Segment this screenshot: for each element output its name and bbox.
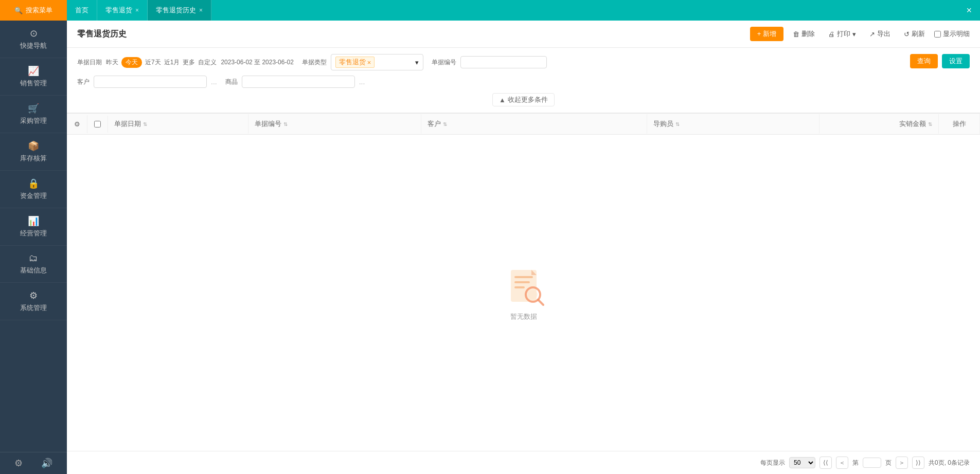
sidebar-item-finance-label: 资金管理	[20, 191, 47, 200]
filter-action-buttons: 查询 设置	[910, 54, 970, 68]
page-number-input[interactable]: 1	[863, 458, 881, 468]
number-filter-input[interactable]	[460, 56, 547, 68]
tab-home-label: 首页	[75, 6, 88, 15]
sidebar-settings-icon[interactable]: ⚙	[14, 458, 23, 469]
delete-button[interactable]: 🗑 删除	[789, 27, 819, 41]
goods-filter-input[interactable]	[242, 76, 355, 88]
window-close-button[interactable]: ×	[958, 5, 980, 16]
sidebar-item-system[interactable]: ⚙ 系统管理	[0, 283, 67, 320]
date-filter-label: 单据日期	[77, 58, 102, 67]
sidebar-item-operations-label: 经营管理	[20, 229, 47, 238]
date-shortcut-today[interactable]: 今天	[121, 57, 142, 68]
sidebar-item-sales[interactable]: 📈 销售管理	[0, 58, 67, 96]
date-shortcut-yesterday[interactable]: 昨天	[106, 58, 118, 67]
customer-filter-input[interactable]	[94, 76, 207, 88]
sidebar-item-quick-nav[interactable]: ⊙ 快捷导航	[0, 21, 67, 58]
refresh-button[interactable]: ↺ 刷新	[900, 27, 929, 41]
sidebar-item-system-label: 系统管理	[20, 303, 47, 313]
tab-retail-return-history-close[interactable]: ×	[199, 7, 203, 14]
print-button[interactable]: 🖨 打印 ▾	[824, 27, 860, 41]
tab-retail-return-close[interactable]: ×	[135, 7, 139, 14]
next-page-button[interactable]: ＞	[896, 457, 908, 469]
page-title: 零售退货历史	[77, 29, 127, 40]
customer-filter-more[interactable]: ...	[211, 78, 217, 86]
th-date-label: 单据日期	[114, 119, 141, 129]
tab-retail-return-history[interactable]: 零售退货历史 ×	[148, 0, 211, 21]
date-filter: 单据日期 昨天 今天 近7天 近1月 更多 自定义 2023-06-02 至 2…	[77, 57, 294, 68]
svg-line-6	[538, 300, 543, 305]
search-menu-label: 搜索菜单	[26, 6, 52, 15]
number-filter: 单据编号	[432, 56, 547, 68]
sidebar-footer: ⚙ 🔊	[0, 452, 67, 474]
first-page-button[interactable]: ⟨⟨	[819, 457, 832, 469]
type-filter-tag-close[interactable]: ×	[367, 59, 371, 66]
th-date: 单据日期 ⇅	[108, 114, 248, 134]
empty-text: 暂无数据	[510, 312, 537, 321]
collapse-button[interactable]: ▲ 收起更多条件	[492, 93, 555, 106]
sidebar-item-operations[interactable]: 📊 经营管理	[0, 208, 67, 246]
sidebar-item-inventory[interactable]: 📦 库存核算	[0, 133, 67, 171]
header-actions: + 新增 🗑 删除 🖨 打印 ▾ ↗ 导出 ↺ 刷新	[750, 27, 970, 41]
settings-gear-icon[interactable]: ⚙	[74, 120, 80, 128]
basic-info-icon: 🗂	[29, 253, 38, 264]
th-amount-sort-icon[interactable]: ⇅	[928, 121, 932, 127]
sales-icon: 📈	[28, 65, 39, 77]
add-button[interactable]: + 新增	[750, 27, 783, 41]
filter-row-1: 单据日期 昨天 今天 近7天 近1月 更多 自定义 2023-06-02 至 2…	[77, 54, 970, 70]
refresh-icon: ↺	[904, 30, 910, 38]
th-customer-label: 客户	[427, 119, 441, 129]
query-button[interactable]: 查询	[910, 54, 938, 68]
page-size-select[interactable]: 10 20 50 100	[789, 457, 815, 468]
show-detail-checkbox[interactable]	[934, 31, 941, 38]
inventory-icon: 📦	[28, 140, 39, 152]
type-filter: 单据类型 零售退货 × ▾	[302, 54, 423, 70]
th-number-sort-icon[interactable]: ⇅	[283, 121, 288, 127]
table-area: ⚙ 单据日期 ⇅ 单据编号 ⇅ 客户 ⇅ 导购员	[67, 113, 980, 451]
date-shortcut-custom[interactable]: 自定义	[198, 58, 217, 67]
main-layout: ⊙ 快捷导航 📈 销售管理 🛒 采购管理 📦 库存核算 🔒 资金管理 📊 经营管…	[0, 21, 980, 474]
th-guide-sort-icon[interactable]: ⇅	[675, 121, 680, 127]
empty-icon	[503, 265, 544, 306]
date-shortcut-1month[interactable]: 近1月	[164, 58, 180, 67]
page-total: 共0页, 0条记录	[929, 459, 970, 467]
print-dropdown-icon: ▾	[852, 30, 856, 38]
tab-retail-return-label: 零售退货	[105, 6, 132, 15]
export-button[interactable]: ↗ 导出	[865, 27, 895, 41]
quick-nav-icon: ⊙	[30, 28, 38, 39]
date-shortcut-more[interactable]: 更多	[183, 58, 195, 67]
date-shortcut-7days[interactable]: 近7天	[145, 58, 161, 67]
svg-point-5	[528, 290, 538, 299]
search-menu[interactable]: 🔍 搜索菜单	[0, 0, 67, 21]
page-size-label: 每页显示	[760, 459, 785, 467]
last-page-button[interactable]: ⟩⟩	[912, 457, 924, 469]
sidebar-item-finance[interactable]: 🔒 资金管理	[0, 171, 67, 208]
filter-area: 单据日期 昨天 今天 近7天 近1月 更多 自定义 2023-06-02 至 2…	[67, 48, 980, 113]
goods-filter-more[interactable]: ...	[359, 78, 365, 86]
th-customer-sort-icon[interactable]: ⇅	[443, 121, 447, 127]
th-settings[interactable]: ⚙	[67, 115, 87, 133]
tab-home[interactable]: 首页	[67, 0, 97, 21]
customer-filter: 客户 ...	[77, 76, 217, 88]
table-header: ⚙ 单据日期 ⇅ 单据编号 ⇅ 客户 ⇅ 导购员	[67, 113, 980, 135]
filter-settings-button[interactable]: 设置	[942, 54, 970, 68]
type-filter-select[interactable]: 零售退货 × ▾	[331, 54, 423, 70]
select-all-checkbox[interactable]	[94, 121, 101, 127]
show-detail-checkbox-label: 显示明细	[934, 29, 970, 39]
type-filter-dropdown-icon: ▾	[415, 59, 419, 66]
type-filter-tag: 零售退货 ×	[335, 57, 375, 68]
sidebar-item-sales-label: 销售管理	[20, 79, 47, 88]
number-filter-label: 单据编号	[432, 58, 456, 67]
th-guide-label: 导购员	[653, 119, 673, 129]
sidebar-item-basic-info[interactable]: 🗂 基础信息	[0, 246, 67, 283]
prev-page-button[interactable]: ＜	[836, 457, 848, 469]
customer-filter-label: 客户	[77, 78, 90, 86]
sidebar-item-purchase[interactable]: 🛒 采购管理	[0, 96, 67, 133]
type-filter-label: 单据类型	[302, 58, 327, 67]
th-action-label: 操作	[953, 119, 966, 129]
th-guide: 导购员 ⇅	[647, 114, 819, 134]
th-checkbox[interactable]	[87, 116, 108, 133]
delete-icon: 🗑	[793, 30, 799, 38]
tab-retail-return[interactable]: 零售退货 ×	[97, 0, 148, 21]
sidebar-volume-icon[interactable]: 🔊	[41, 458, 52, 469]
th-date-sort-icon[interactable]: ⇅	[143, 121, 147, 127]
